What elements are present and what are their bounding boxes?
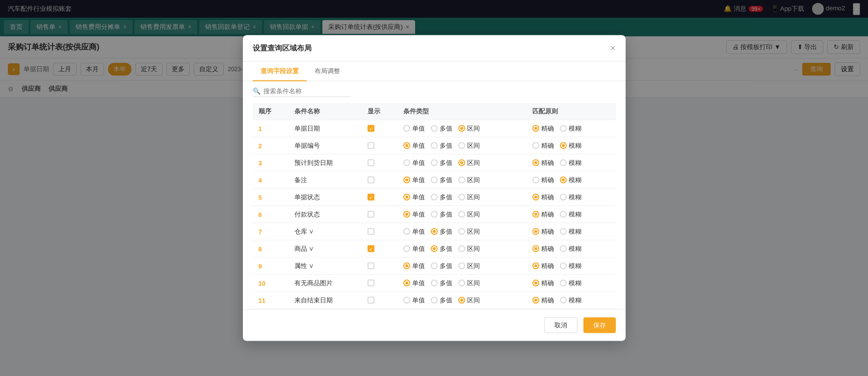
search-wrapper: 🔍 <box>253 87 351 97</box>
modal-title: 设置查询区域布局 <box>253 44 312 53</box>
modal-tabs: 查询字段设置 布局调整 <box>243 62 626 81</box>
modal-close-button[interactable]: × <box>610 43 616 54</box>
search-icon: 🔍 <box>253 87 261 95</box>
modal-tab-layout[interactable]: 布局调整 <box>307 62 348 81</box>
modal-tab-query[interactable]: 查询字段设置 <box>253 62 307 81</box>
modal-dialog: 设置查询区域布局 × 查询字段设置 布局调整 🔍 顺序 条件名称 显示 条件类型… <box>243 35 626 98</box>
search-input[interactable] <box>263 87 342 95</box>
modal-header: 设置查询区域布局 × <box>243 35 626 62</box>
modal-search-area: 🔍 <box>243 81 626 98</box>
